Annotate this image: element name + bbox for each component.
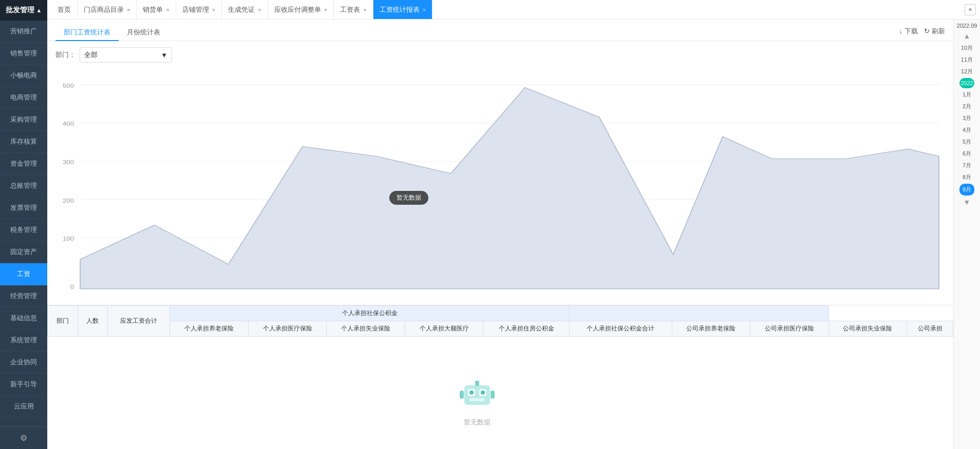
- svg-rect-16: [475, 381, 479, 386]
- th-count: 人数: [78, 306, 108, 337]
- th-total-salary: 应发工资合计: [108, 306, 170, 337]
- sidebar-item-operations[interactable]: 经营管理: [0, 285, 47, 307]
- svg-rect-15: [469, 398, 485, 401]
- tab-voucher[interactable]: 生成凭证×: [222, 0, 268, 19]
- tab-store-mgmt[interactable]: 店铺管理×: [176, 0, 222, 19]
- sidebar-item-capital[interactable]: 资金管理: [0, 153, 47, 175]
- filter-value: 全部: [84, 50, 98, 60]
- table-header-row-1: 部门 人数 应发工资合计 个人承担社保公积金: [48, 306, 953, 321]
- th-company-unemployment: 公司承担失业保险: [828, 321, 907, 337]
- th-personal-medical: 个人承担医疗保险: [248, 321, 326, 337]
- svg-point-19: [469, 391, 474, 395]
- timeline-year-2022[interactable]: 2022: [959, 78, 974, 88]
- tab-close-voucher[interactable]: ×: [258, 7, 261, 13]
- timeline-month-0[interactable]: 10月: [957, 42, 976, 54]
- sidebar-item-inventory[interactable]: 库存核算: [0, 131, 47, 153]
- tab-catalog[interactable]: 门店商品目录×: [78, 0, 137, 19]
- tab-close-receivable[interactable]: ×: [324, 7, 327, 13]
- sidebar-item-sales[interactable]: 销售管理: [0, 43, 47, 65]
- th-personal-insurance-group: 个人承担社保公积金: [170, 306, 570, 321]
- th-company-group: [570, 306, 828, 321]
- download-label: 下载: [904, 27, 918, 36]
- sub-tab-month-stats[interactable]: 月份统计表: [119, 25, 168, 41]
- sidebar-item-cloud[interactable]: 云应用: [0, 396, 47, 418]
- sidebar-item-payroll[interactable]: 工资: [0, 263, 47, 285]
- sidebar-title: 批发管理: [6, 6, 34, 15]
- filter-label: 部门：: [55, 50, 76, 60]
- tab-home[interactable]: 首页: [51, 0, 78, 19]
- tab-close-payroll-sheet[interactable]: ×: [363, 7, 366, 13]
- table-area[interactable]: 部门 人数 应发工资合计 个人承担社保公积金 个人承担养老保险 个人承担医疗保险…: [47, 305, 953, 449]
- svg-text:100: 100: [63, 236, 74, 242]
- timeline-month-4[interactable]: 1月: [957, 89, 976, 101]
- th-personal-major-medical: 个人承担大额医疗: [405, 321, 483, 337]
- th-personal-total: 个人承担社保公积金合计: [570, 321, 672, 337]
- sub-tabs: 部门工资统计表月份统计表 ↓ 下载 ↻ 刷新: [47, 19, 953, 41]
- sidebar-arrow[interactable]: ▲: [36, 7, 42, 13]
- refresh-icon: ↻: [924, 27, 930, 35]
- sidebar-item-system[interactable]: 系统管理: [0, 329, 47, 352]
- sidebar-item-ecommerce[interactable]: 电商管理: [0, 87, 47, 109]
- timeline-month-8[interactable]: 5月: [957, 136, 976, 148]
- tab-close-sales-order[interactable]: ×: [166, 7, 169, 13]
- sidebar-item-marketing[interactable]: 营销推广: [0, 21, 47, 43]
- sidebar-item-ledger[interactable]: 总账管理: [0, 175, 47, 197]
- timeline-month-2[interactable]: 12月: [957, 66, 976, 77]
- chart-container: 500 400 300 200 100 0: [55, 73, 945, 299]
- th-personal-housing-fund: 个人承担住房公积金: [483, 321, 570, 337]
- timeline-month-6[interactable]: 3月: [957, 112, 976, 124]
- sidebar-item-ecommerce-small[interactable]: 小畅电商: [0, 65, 47, 87]
- sidebar-item-guide[interactable]: 新手引导: [0, 374, 47, 396]
- timeline-month-1[interactable]: 11月: [957, 54, 976, 66]
- chart-svg: 500 400 300 200 100 0: [55, 73, 945, 299]
- sidebar-item-purchase[interactable]: 采购管理: [0, 109, 47, 131]
- content-area: 部门工资统计表月份统计表 ↓ 下载 ↻ 刷新 部门： 全部 ▼: [47, 19, 980, 449]
- svg-text:500: 500: [63, 83, 74, 89]
- th-personal-unemployment: 个人承担失业保险: [327, 321, 405, 337]
- chart-area-path: [80, 88, 939, 289]
- timeline-month-active[interactable]: 9月: [959, 184, 974, 196]
- sidebar-item-invoice[interactable]: 发票管理: [0, 197, 47, 219]
- timeline-nav-up[interactable]: ▲: [962, 30, 973, 42]
- timeline-month-7[interactable]: 4月: [957, 124, 976, 136]
- tab-sales-order[interactable]: 销货单×: [137, 0, 176, 19]
- th-company-pension: 公司承担养老保险: [672, 321, 750, 337]
- no-data-text: 暂无数据: [464, 418, 491, 427]
- timeline-panel: 2022.09 ▲ 10月11月12月20221月2月3月4月5月6月7月8月9…: [953, 19, 980, 449]
- timeline-month-11[interactable]: 8月: [957, 171, 976, 183]
- department-select[interactable]: 全部 ▼: [80, 47, 172, 63]
- timeline-month-9[interactable]: 6月: [957, 148, 976, 160]
- sidebar-item-enterprise[interactable]: 企业协同: [0, 352, 47, 374]
- sub-tab-dept-stats[interactable]: 部门工资统计表: [55, 25, 119, 41]
- refresh-button[interactable]: ↻ 刷新: [924, 27, 945, 36]
- tab-receivable[interactable]: 应收应付调整单×: [268, 0, 334, 19]
- tab-close-payroll-stats[interactable]: ×: [423, 7, 426, 13]
- svg-point-20: [481, 391, 485, 395]
- sidebar-item-assets[interactable]: 固定资产: [0, 241, 47, 263]
- sub-tab-actions: ↓ 下载 ↻ 刷新: [899, 27, 946, 39]
- tab-payroll-stats[interactable]: 工资统计报表×: [373, 0, 432, 19]
- tab-close-store-mgmt[interactable]: ×: [212, 7, 215, 13]
- window-close-button[interactable]: ×: [965, 4, 976, 15]
- timeline-month-5[interactable]: 2月: [957, 101, 976, 112]
- svg-rect-17: [460, 391, 464, 399]
- main-content: 首页门店商品目录×销货单×店铺管理×生成凭证×应收应付调整单×工资表×工资统计报…: [47, 0, 980, 449]
- svg-text:400: 400: [63, 121, 74, 127]
- refresh-label: 刷新: [932, 27, 945, 36]
- tab-close-catalog[interactable]: ×: [127, 7, 130, 13]
- timeline-month-10[interactable]: 7月: [957, 160, 976, 171]
- download-icon: ↓: [899, 27, 903, 35]
- filter-bar: 部门： 全部 ▼: [47, 41, 953, 69]
- th-dept: 部门: [48, 306, 78, 337]
- sidebar-item-basic[interactable]: 基础信息: [0, 307, 47, 329]
- download-button[interactable]: ↓ 下载: [899, 27, 918, 36]
- tab-bar-end: ×: [965, 4, 980, 15]
- tab-payroll-sheet[interactable]: 工资表×: [334, 0, 373, 19]
- settings-icon[interactable]: ⚙: [20, 434, 27, 442]
- chart-area: 500 400 300 200 100 0: [47, 69, 953, 305]
- timeline-nav-down[interactable]: ▼: [962, 196, 973, 208]
- tab-bar: 首页门店商品目录×销货单×店铺管理×生成凭证×应收应付调整单×工资表×工资统计报…: [47, 0, 980, 19]
- sidebar-item-tax[interactable]: 税务管理: [0, 219, 47, 241]
- svg-text:0: 0: [70, 284, 74, 290]
- sidebar: 批发管理 ▲ 营销推广销售管理小畅电商电商管理采购管理库存核算资金管理总账管理发…: [0, 0, 47, 449]
